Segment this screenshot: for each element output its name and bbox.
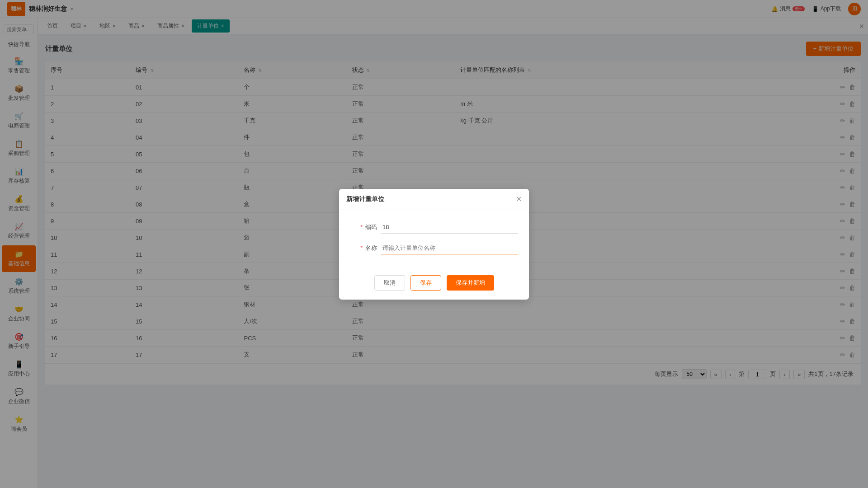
code-input[interactable] — [381, 221, 518, 234]
modal-header: 新增计量单位 ✕ — [339, 189, 529, 210]
form-row-code: * 编码 — [350, 221, 518, 234]
name-label: * 名称 — [350, 244, 377, 252]
modal-close-button[interactable]: ✕ — [516, 196, 522, 203]
form-row-name: * 名称 — [350, 242, 518, 254]
modal-overlay: 新增计量单位 ✕ * 编码 * 名称 取消 保存 保存并新增 — [0, 0, 868, 488]
cancel-button[interactable]: 取消 — [374, 275, 405, 291]
save-button[interactable]: 保存 — [410, 275, 441, 291]
modal-footer: 取消 保存 保存并新增 — [339, 270, 529, 300]
add-unit-modal: 新增计量单位 ✕ * 编码 * 名称 取消 保存 保存并新增 — [339, 189, 529, 300]
save-and-new-button[interactable]: 保存并新增 — [447, 275, 494, 291]
modal-body: * 编码 * 名称 — [339, 210, 529, 270]
required-mark: * — [360, 224, 363, 230]
code-label: * 编码 — [350, 223, 377, 231]
name-input[interactable] — [381, 242, 518, 254]
required-mark: * — [360, 244, 363, 251]
modal-title: 新增计量单位 — [346, 195, 384, 203]
